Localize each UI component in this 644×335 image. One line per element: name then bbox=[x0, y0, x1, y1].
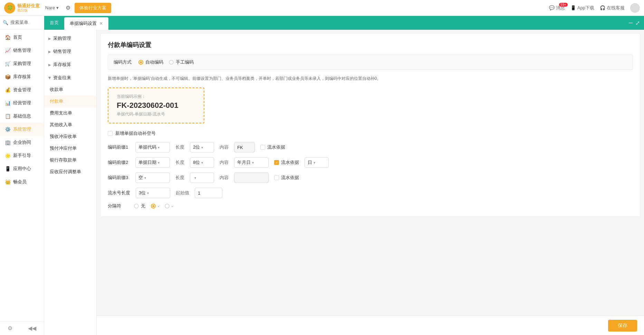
tab-encode-settings-label: 单据编码设置 bbox=[70, 20, 97, 27]
length3-select[interactable]: ▾ bbox=[190, 173, 214, 183]
sidebar-item-home[interactable]: 🏠 首页 bbox=[0, 31, 44, 44]
auto-encode-radio[interactable]: 自动编码 bbox=[138, 59, 163, 65]
logo: 🍀 畅通好生意 批品版 bbox=[4, 2, 40, 13]
sidebar-item-apps-label: 应用中心 bbox=[13, 166, 31, 172]
prefix1-select[interactable]: 单据代码 ▾ bbox=[135, 142, 170, 152]
auto-fill-checkbox[interactable] bbox=[108, 131, 113, 136]
sidebar-item-system-label: 系统管理 bbox=[13, 126, 31, 132]
sidebar-item-apps[interactable]: 📱 应用中心 bbox=[0, 162, 44, 175]
sub-nav-prepay-payable[interactable]: 预付冲应付单 bbox=[44, 142, 96, 154]
length2-value: 8位 bbox=[193, 159, 200, 166]
sep-none-radio[interactable]: 无 bbox=[134, 203, 145, 209]
sub-nav-purchase-label: 采购管理 bbox=[53, 35, 71, 41]
tab-minimize-icon[interactable]: ─ bbox=[629, 20, 633, 26]
app-download-button[interactable]: 📱 App下载 bbox=[570, 5, 594, 11]
start-value-input[interactable] bbox=[195, 188, 222, 198]
message-button[interactable]: 💬 消息 99+ bbox=[549, 5, 565, 11]
dropdown-arrow-icon: ▾ bbox=[56, 5, 59, 10]
sub-nav-section-finance: ▶ 资金往来 收款单 付款单 费用支出单 其他收入单 预收冲应收单 预付冲应付单… bbox=[44, 72, 96, 178]
sub-nav-other-income[interactable]: 其他收入单 bbox=[44, 119, 96, 131]
sidebar-item-basic[interactable]: 📋 基础信息 bbox=[0, 110, 44, 123]
length1-select[interactable]: 2位 ▾ bbox=[190, 142, 214, 152]
preview-box: 当前编码示例： FK-20230602-001 单据代码-单据日期-流水号 bbox=[108, 87, 204, 123]
prefix1-label: 编码前缀1 bbox=[108, 144, 130, 150]
search-icon: 🔍 bbox=[3, 20, 8, 25]
sidebar-item-newbie[interactable]: 🌟 新手引导 bbox=[0, 149, 44, 162]
sidebar-item-member[interactable]: 👑 畅会员 bbox=[0, 175, 44, 188]
waterflow3-checkbox[interactable]: 流水依据 bbox=[274, 175, 299, 181]
tab-encode-settings[interactable]: 单据编码设置 ✕ bbox=[64, 17, 108, 30]
sidebar-item-sales-label: 销售管理 bbox=[13, 47, 31, 54]
sub-nav-finance-label: 资金往来 bbox=[53, 75, 71, 81]
search-menu-button[interactable]: 🔍 搜索菜单 bbox=[0, 16, 44, 29]
sidebar-item-purchase[interactable]: 🛒 采购管理 bbox=[0, 57, 44, 70]
page-inner: 付款单编码设置 编码方式 自动编码 手 bbox=[101, 34, 640, 216]
sub-nav-bank-deposit[interactable]: 银行存取款单 bbox=[44, 154, 96, 166]
sidebar-item-finance[interactable]: 💰 资金管理 bbox=[0, 83, 44, 96]
sub-nav-expense[interactable]: 费用支出单 bbox=[44, 107, 96, 119]
serial-select[interactable]: 3位 ▾ bbox=[136, 188, 170, 198]
waterflow2-period-select[interactable]: 日 ▾ bbox=[305, 157, 329, 168]
bottom-bar: 保存 bbox=[97, 316, 644, 335]
sep-dash-radio[interactable]: · bbox=[165, 204, 173, 209]
online-service-button[interactable]: 🎧 在线客服 bbox=[600, 5, 625, 11]
company-dropdown[interactable]: Nare ▾ bbox=[42, 4, 61, 12]
sidebar-item-inventory-label: 库存核算 bbox=[13, 74, 31, 80]
sales-icon: 📈 bbox=[5, 48, 10, 53]
waterflow3-label: 流水依据 bbox=[281, 175, 299, 181]
length2-select[interactable]: 8位 ▾ bbox=[190, 157, 214, 168]
apps-icon: 📱 bbox=[5, 166, 10, 171]
separator-options: 无 · · bbox=[134, 203, 173, 209]
sub-nav-receipt[interactable]: 收款单 bbox=[44, 84, 96, 95]
waterflow2-checkbox[interactable]: ✓ 流水依据 bbox=[274, 159, 299, 166]
search-menu-label: 搜索菜单 bbox=[10, 19, 28, 26]
waterflow1-checkbox[interactable]: 流水依据 bbox=[260, 144, 285, 150]
sep-dot-radio[interactable]: · bbox=[151, 204, 159, 209]
sidebar-item-newbie-label: 新手引导 bbox=[13, 152, 31, 159]
logo-line1: 畅通好生意 bbox=[17, 3, 40, 9]
prefix1-row: 编码前缀1 单据代码 ▾ 长度 2位 ▾ 内容 FK bbox=[108, 142, 633, 152]
tab-home[interactable]: 首页 bbox=[44, 16, 64, 30]
sidebar-item-inventory[interactable]: 📦 库存核算 bbox=[0, 70, 44, 83]
sub-nav-section-purchase: ▶ 采购管理 bbox=[44, 32, 96, 44]
manual-encode-dot bbox=[169, 60, 174, 65]
manual-encode-radio[interactable]: 手工编码 bbox=[169, 59, 194, 65]
sidebar-settings-icon[interactable]: ⚙ bbox=[8, 325, 12, 332]
start-label: 起始值 bbox=[176, 190, 189, 196]
prefix3-select[interactable]: 空 ▾ bbox=[135, 173, 170, 183]
settings-icon[interactable]: ⚙ bbox=[64, 3, 72, 12]
sub-nav-payment[interactable]: 付款单 bbox=[44, 95, 96, 107]
sidebar-item-operation[interactable]: 📊 经营管理 bbox=[0, 96, 44, 110]
prefix2-select[interactable]: 单据日期 ▾ bbox=[135, 157, 170, 168]
chevron-down-icon: ▾ bbox=[158, 146, 160, 149]
sidebar-item-operation-label: 经营管理 bbox=[13, 100, 31, 106]
auto-fill-row: 新增单据自动补空号 bbox=[108, 130, 633, 137]
sub-nav-finance[interactable]: ▶ 资金往来 bbox=[44, 72, 96, 84]
user-avatar[interactable] bbox=[630, 3, 640, 13]
sidebar-item-finance-label: 资金管理 bbox=[13, 87, 31, 93]
content2-select[interactable]: 年月日 ▾ bbox=[234, 157, 269, 168]
sidebar-item-sales[interactable]: 📈 销售管理 bbox=[0, 44, 44, 57]
tab-maximize-icon[interactable]: ⤢ bbox=[635, 20, 640, 26]
tab-bar: 首页 单据编码设置 ✕ ─ ⤢ bbox=[44, 16, 644, 30]
app-download-label: App下载 bbox=[577, 5, 594, 11]
tab-close-icon[interactable]: ✕ bbox=[99, 21, 103, 26]
save-button[interactable]: 保存 bbox=[608, 320, 637, 332]
finance-icon: 💰 bbox=[5, 87, 10, 93]
sub-nav-inventory[interactable]: ▶ 库存核算 bbox=[44, 59, 96, 71]
logo-icon: 🍀 bbox=[4, 2, 15, 13]
sub-nav-sales[interactable]: ▶ 销售管理 bbox=[44, 46, 96, 57]
waterflow2-period: 日 bbox=[308, 159, 312, 166]
prefix1-value: 单据代码 bbox=[138, 144, 156, 150]
sub-nav-receivable-adjustment[interactable]: 应收应付调整单 bbox=[44, 166, 96, 178]
experience-button[interactable]: 体验行业方案 bbox=[75, 3, 111, 13]
sidebar-item-member-label: 畅会员 bbox=[13, 179, 27, 185]
arrow-icon: ▶ bbox=[48, 63, 51, 67]
sub-nav-sales-label: 销售管理 bbox=[53, 48, 71, 55]
sidebar-item-company[interactable]: 🏢 企业协同 bbox=[0, 136, 44, 149]
sub-nav-prepay-receivable[interactable]: 预收冲应收单 bbox=[44, 131, 96, 142]
sidebar-collapse-icon[interactable]: ◀◀ bbox=[28, 325, 36, 332]
sub-nav-purchase[interactable]: ▶ 采购管理 bbox=[44, 32, 96, 44]
company-name: Nare bbox=[45, 5, 55, 10]
sidebar-item-system[interactable]: ⚙️ 系统管理 bbox=[0, 123, 44, 136]
